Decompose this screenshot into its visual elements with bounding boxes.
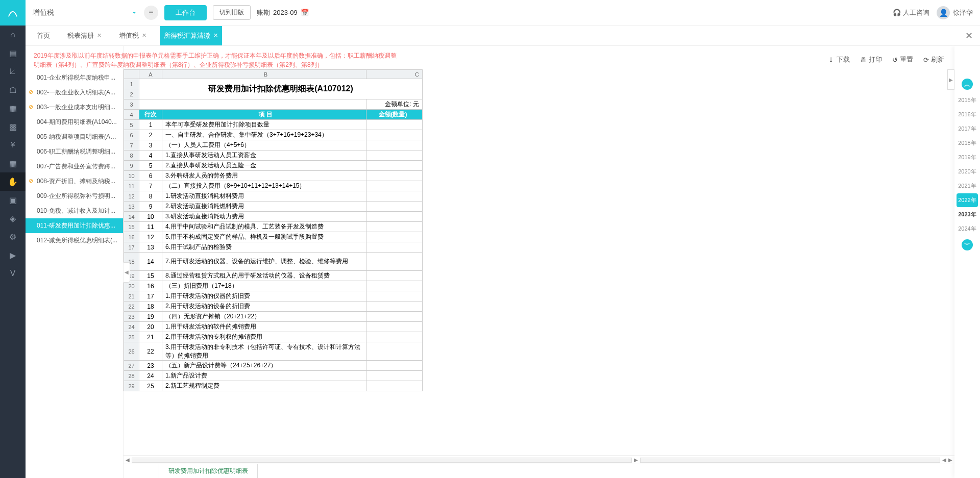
tab-税表清册[interactable]: 税表清册✕ <box>63 26 106 45</box>
tab-增值税[interactable]: 增值税✕ <box>115 26 151 45</box>
year-option[interactable]: 2018年 <box>957 136 978 150</box>
warning-icon: ⊘ <box>29 178 33 184</box>
nav-grid-icon[interactable]: ▦ <box>0 154 26 172</box>
year-option[interactable]: 2024年 <box>957 222 978 236</box>
tax-type-dropdown[interactable]: 增值税 <box>33 8 138 17</box>
tree-item[interactable]: ⊘002-一般企业收入明细表(A... <box>26 85 123 100</box>
spreadsheet-grid[interactable]: ABC1研发费用加计扣除优惠明细表(A107012)23金额单位: 元4行次项 … <box>124 69 954 456</box>
close-all-tabs-icon[interactable]: ✕ <box>965 30 973 41</box>
warning-text: 2019年度涉及取以前年度结转数据的申报表单元格需要手工维护正确，才能保证本年及… <box>34 51 401 69</box>
expand-right-handle[interactable]: ▶ <box>947 69 954 90</box>
period-selector[interactable]: 账期2023-09📅 <box>257 8 309 17</box>
workbench-button[interactable]: 工作台 <box>164 5 207 20</box>
nav-clipboard-icon[interactable]: ▦ <box>0 99 26 117</box>
refresh-button[interactable]: ⟳ 刷新 <box>923 55 944 64</box>
warning-icon: ⊘ <box>29 104 33 110</box>
year-option[interactable]: 2017年 <box>957 122 978 136</box>
year-down-icon[interactable]: ︾ <box>962 239 973 250</box>
nav-gear-icon[interactable]: ⚙ <box>0 228 26 246</box>
avatar-icon: 👤 <box>937 6 950 19</box>
tree-item[interactable]: ⊘003-一般企业成本支出明细... <box>26 100 123 115</box>
user-menu[interactable]: 👤徐泽华 <box>937 6 973 19</box>
year-option[interactable]: 2020年 <box>957 165 978 179</box>
tree-item[interactable]: 012-减免所得税优惠明细表(... <box>26 233 123 248</box>
tree-item[interactable]: 006-职工薪酬纳税调整明细... <box>26 144 123 159</box>
action-bar: ⭳ 下载 🖶 打印 ↺ 重置 ⟳ 刷新 <box>828 55 944 64</box>
nav-bag-icon[interactable]: ☖ <box>0 81 26 99</box>
download-button[interactable]: ⭳ 下载 <box>828 55 850 64</box>
top-bar: 增值税 ≡ 工作台 切到旧版 账期2023-09📅 🎧 人工咨询 👤徐泽华 <box>26 0 980 26</box>
year-option[interactable]: 2021年 <box>957 179 978 193</box>
year-option[interactable]: 2015年 <box>957 93 978 107</box>
year-up-icon[interactable]: ︽ <box>962 79 973 90</box>
tree-item[interactable]: 007-广告费和业务宣传费跨... <box>26 159 123 174</box>
year-option[interactable]: 2023年 <box>957 208 978 221</box>
tree-item[interactable]: 004-期间费用明细表(A1040... <box>26 115 123 130</box>
horizontal-scrollbar[interactable]: ◀▶◀▶ <box>124 456 954 464</box>
tab-首页[interactable]: 首页 <box>33 26 54 45</box>
form-tree: 001-企业所得税年度纳税申...⊘002-一般企业收入明细表(A...⊘003… <box>26 46 124 478</box>
app-logo[interactable] <box>0 0 26 26</box>
nav-play-icon[interactable]: ▶ <box>0 246 26 264</box>
tree-item[interactable]: 011-研发费用加计扣除优惠... <box>26 218 123 233</box>
warning-icon: ⊘ <box>29 89 33 95</box>
close-icon[interactable]: ✕ <box>97 32 102 39</box>
tab-所得税汇算清缴[interactable]: 所得税汇算清缴✕ <box>160 26 222 45</box>
reset-button[interactable]: ↺ 重置 <box>892 55 913 64</box>
consult-link[interactable]: 🎧 人工咨询 <box>893 8 929 17</box>
calendar-icon: 📅 <box>301 9 309 16</box>
close-icon[interactable]: ✕ <box>142 32 146 39</box>
print-button[interactable]: 🖶 打印 <box>860 55 882 64</box>
nav-doc-icon[interactable]: ▤ <box>0 44 26 62</box>
year-option[interactable]: 2022年 <box>957 193 978 207</box>
nav-folder-icon[interactable]: ▣ <box>0 191 26 209</box>
tree-item[interactable]: 005-纳税调整项目明细表(A1... <box>26 130 123 144</box>
list-icon-button[interactable]: ≡ <box>144 6 158 20</box>
tree-item[interactable]: 010-免税、减计收入及加计... <box>26 204 123 218</box>
nav-chart-icon[interactable]: ⟀ <box>0 62 26 81</box>
nav-hand-icon[interactable]: ✋ <box>0 172 26 191</box>
nav-money-icon[interactable]: ￥ <box>0 136 26 154</box>
tree-item[interactable]: ⊘008-资产折旧、摊销及纳税... <box>26 174 123 189</box>
headset-icon: 🎧 <box>893 9 901 16</box>
year-option[interactable]: 2019年 <box>957 150 978 164</box>
nav-calc-icon[interactable]: ▩ <box>0 117 26 136</box>
switch-old-button[interactable]: 切到旧版 <box>213 5 251 20</box>
left-sidebar: ⌂ ▤ ⟀ ☖ ▦ ▩ ￥ ▦ ✋ ▣ ◈ ⚙ ▶ V <box>0 0 26 478</box>
close-icon[interactable]: ✕ <box>213 32 218 39</box>
year-option[interactable]: 2016年 <box>957 108 978 121</box>
nav-send-icon[interactable]: ◈ <box>0 209 26 228</box>
tree-item[interactable]: 009-企业所得税弥补亏损明... <box>26 189 123 204</box>
year-selector: ︽ 2015年2016年2017年2018年2019年2020年2021年202… <box>954 46 980 478</box>
page-tabs: 首页税表清册✕增值税✕所得税汇算清缴✕ ✕ <box>26 26 980 46</box>
tree-item[interactable]: 001-企业所得税年度纳税申... <box>26 70 123 85</box>
nav-v-icon[interactable]: V <box>0 264 26 283</box>
nav-home-icon[interactable]: ⌂ <box>0 26 26 44</box>
sheet-tab[interactable]: 研发费用加计扣除优惠明细表 <box>159 464 258 478</box>
sheet-tabs: 研发费用加计扣除优惠明细表 <box>124 464 954 478</box>
collapse-tree-handle[interactable]: ◀ <box>124 262 130 283</box>
